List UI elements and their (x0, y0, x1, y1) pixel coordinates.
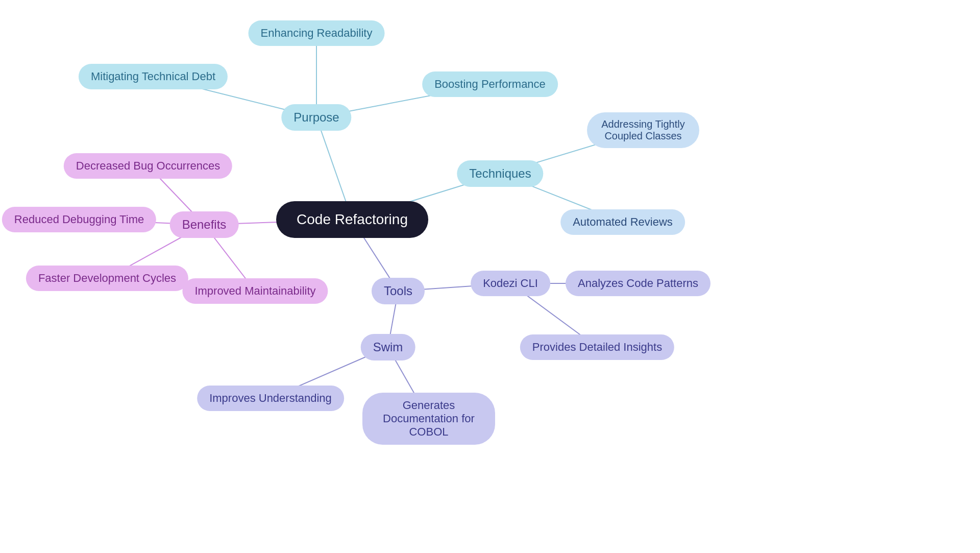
generates-node: Generates Documentation for COBOL (362, 393, 495, 445)
addressing-node: Addressing Tightly Coupled Classes (587, 112, 699, 148)
reduced-node: Reduced Debugging Time (2, 207, 156, 232)
faster-node: Faster Development Cycles (26, 266, 188, 291)
benefits-node: Benefits (170, 211, 239, 238)
provides-node: Provides Detailed Insights (520, 334, 674, 360)
mindmap-container: Code Refactoring Purpose Enhancing Reada… (0, 0, 980, 553)
techniques-node: Techniques (457, 160, 543, 187)
mitigating-node: Mitigating Technical Debt (79, 64, 228, 89)
analyzes-node: Analyzes Code Patterns (566, 271, 710, 296)
center-node: Code Refactoring (276, 201, 428, 238)
boosting-node: Boosting Performance (422, 71, 558, 97)
kodezi-node: Kodezi CLI (471, 271, 550, 296)
automated-node: Automated Reviews (560, 209, 685, 235)
decreased-node: Decreased Bug Occurrences (64, 153, 232, 179)
enhancing-node: Enhancing Readability (249, 20, 385, 46)
improves-node: Improves Understanding (197, 386, 344, 411)
tools-node: Tools (372, 278, 425, 304)
improved-node: Improved Maintainability (182, 278, 328, 304)
swim-node: Swim (361, 334, 415, 360)
purpose-node: Purpose (281, 104, 351, 131)
